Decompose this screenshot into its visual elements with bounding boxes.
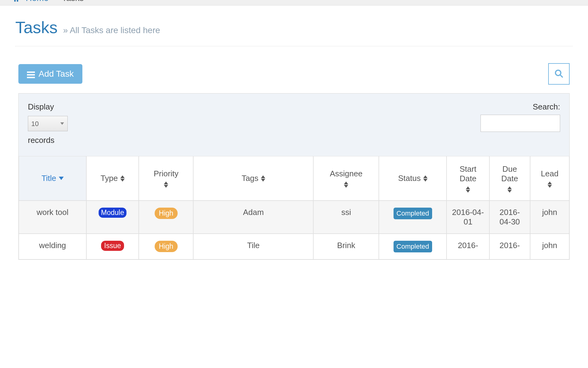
svg-line-4 <box>560 75 563 77</box>
cell-start-value: 2016- <box>458 241 478 250</box>
svg-point-3 <box>556 70 561 75</box>
breadcrumb: Home › Tasks <box>12 0 576 3</box>
col-type[interactable]: Type <box>86 156 139 201</box>
breadcrumb-home[interactable]: Home <box>26 0 49 3</box>
filter-control: Search: <box>481 102 560 132</box>
home-icon <box>12 0 20 2</box>
cell-start-date: 2016-04-01 <box>447 201 489 234</box>
cell-tags: Adam <box>193 201 313 234</box>
priority-badge: High <box>155 241 178 252</box>
add-task-button[interactable]: Add Task <box>18 64 82 84</box>
priority-badge: High <box>155 208 178 219</box>
task-title-link[interactable]: work tool <box>36 208 68 217</box>
sort-icon <box>261 175 265 182</box>
cell-due-date: 2016-04-30 <box>489 201 530 234</box>
status-badge: Completed <box>394 208 432 219</box>
page-subtitle: »All Tasks are listed here <box>63 25 160 35</box>
col-start-date[interactable]: Start Date <box>447 156 489 201</box>
cell-due-value: 2016- <box>499 241 520 250</box>
cell-assignee: Brink <box>313 234 379 259</box>
records-label: records <box>28 136 68 145</box>
cell-lead-value: john <box>542 241 557 250</box>
length-control: Display 10 records <box>28 102 68 145</box>
sort-icon <box>548 182 552 188</box>
sort-icon <box>466 186 470 193</box>
cell-due-value: 2016-04-30 <box>499 208 520 226</box>
cell-lead: john <box>530 201 569 234</box>
col-title[interactable]: Title <box>19 156 86 201</box>
col-tags[interactable]: Tags <box>193 156 313 201</box>
cell-lead: john <box>530 234 569 259</box>
sort-icon <box>120 175 125 182</box>
sort-icon <box>344 182 348 188</box>
cell-priority: High <box>139 234 193 259</box>
sort-icon <box>164 182 168 188</box>
cell-status: Completed <box>379 201 447 234</box>
cell-assignee-value: ssi <box>341 208 351 217</box>
sort-icon <box>507 186 512 193</box>
task-title-link[interactable]: welding <box>39 241 66 250</box>
type-badge: Issue <box>101 241 124 251</box>
cell-assignee: ssi <box>313 201 379 234</box>
cell-start-value: 2016-04-01 <box>452 208 484 226</box>
tasks-table: Title Type Priority <box>19 156 569 259</box>
add-task-label: Add Task <box>39 69 74 79</box>
sort-desc-icon <box>59 177 64 180</box>
cell-status: Completed <box>379 234 447 259</box>
col-status[interactable]: Status <box>379 156 447 201</box>
toolbar: Add Task <box>18 63 573 85</box>
tasks-table-panel: Display 10 records Search: <box>18 93 570 260</box>
cell-title: work tool <box>19 201 86 234</box>
list-icon <box>27 71 35 77</box>
chevron-right-icon: › <box>54 0 56 2</box>
type-badge: Module <box>99 208 126 218</box>
sort-icon <box>423 175 428 182</box>
cell-tags: Tile <box>193 234 313 259</box>
length-select[interactable]: 10 <box>28 116 68 131</box>
col-priority[interactable]: Priority <box>139 156 193 201</box>
table-row: work toolModuleHighAdamssiCompleted2016-… <box>19 201 569 234</box>
cell-lead-value: john <box>542 208 557 217</box>
display-label: Display <box>28 102 68 112</box>
search-toggle-button[interactable] <box>548 63 570 85</box>
cell-start-date: 2016- <box>447 234 489 259</box>
table-row: weldingIssueHighTileBrinkCompleted2016-2… <box>19 234 569 259</box>
cell-due-date: 2016- <box>489 234 530 259</box>
cell-priority: High <box>139 201 193 234</box>
search-input[interactable] <box>481 115 560 132</box>
col-lead[interactable]: Lead <box>530 156 569 201</box>
cell-tags-value: Tile <box>247 241 260 250</box>
cell-type: Module <box>86 201 139 234</box>
col-due-date[interactable]: Due Date <box>489 156 530 201</box>
page-header: Tasks »All Tasks are listed here <box>15 18 573 46</box>
status-badge: Completed <box>394 241 432 252</box>
col-assignee[interactable]: Assignee <box>313 156 379 201</box>
cell-assignee-value: Brink <box>337 241 355 250</box>
breadcrumb-current: Tasks <box>62 0 84 3</box>
cell-tags-value: Adam <box>243 208 264 217</box>
table-controls: Display 10 records Search: <box>19 94 569 156</box>
svg-rect-2 <box>27 77 35 78</box>
breadcrumb-bar: Home › Tasks <box>0 0 588 6</box>
cell-type: Issue <box>86 234 139 259</box>
svg-rect-0 <box>27 71 35 73</box>
search-label: Search: <box>533 102 560 112</box>
svg-rect-1 <box>27 74 35 75</box>
page-title: Tasks <box>15 18 58 37</box>
length-select-wrap: 10 <box>28 116 68 131</box>
raquo-icon: » <box>63 25 68 35</box>
cell-title: welding <box>19 234 86 259</box>
search-icon <box>554 69 564 79</box>
